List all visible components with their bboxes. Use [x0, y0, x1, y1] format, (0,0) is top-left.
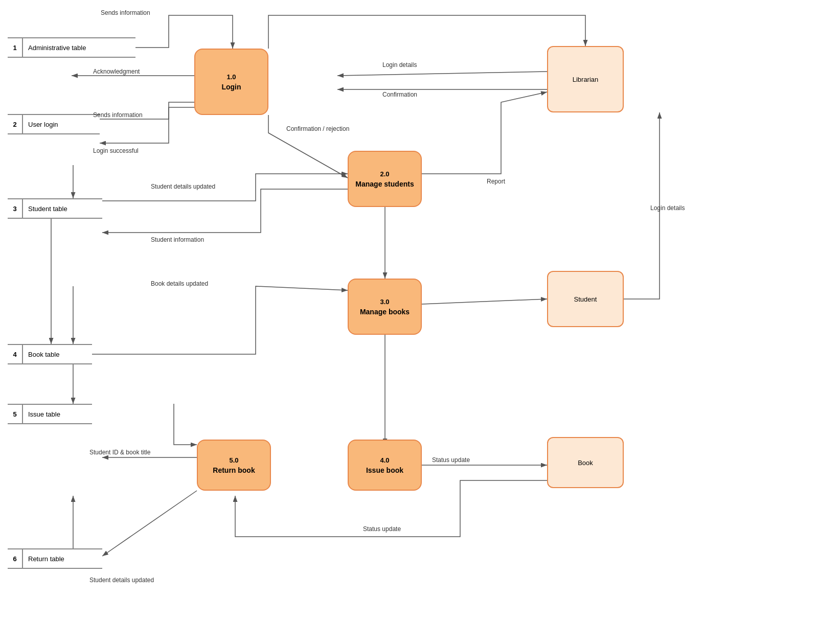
- entity-label-librarian: Librarian: [573, 76, 599, 83]
- process-manage-students: 2.0 Manage students: [348, 151, 422, 207]
- label-confirmation-rejection: Confirmation / rejection: [286, 125, 349, 132]
- datastore-administrative: 1 Administrative table: [8, 37, 135, 58]
- datastore-return: 6 Return table: [8, 548, 102, 569]
- label-status-update-2: Status update: [363, 525, 401, 533]
- datastore-label-1: Administrative table: [23, 44, 91, 52]
- label-student-information: Student information: [151, 236, 204, 243]
- datastore-student: 3 Student table: [8, 198, 102, 219]
- entity-book: Book: [547, 437, 624, 488]
- process-issue-book: 4.0 Issue book: [348, 440, 422, 491]
- diagram-container: 1 Administrative table 2 User login 3 St…: [0, 0, 840, 621]
- process-return-book: 5.0 Return book: [197, 440, 271, 491]
- label-student-details-updated-1: Student details updated: [151, 183, 215, 190]
- datastore-label-3: Student table: [23, 205, 73, 213]
- datastore-label-5: Issue table: [23, 410, 65, 418]
- datastore-userlogin: 2 User login: [8, 114, 100, 134]
- label-login-details: Login details: [382, 61, 417, 68]
- process-id-return-book: 5.0: [229, 456, 238, 464]
- label-sends-info-2: Sends information: [93, 111, 143, 119]
- datastore-label-2: User login: [23, 121, 63, 128]
- datastore-num-1: 1: [8, 38, 23, 57]
- label-confirmation: Confirmation: [382, 91, 417, 98]
- label-login-details-right: Login details: [650, 204, 685, 212]
- process-name-manage-books: Manage books: [360, 308, 410, 316]
- process-manage-books: 3.0 Manage books: [348, 279, 422, 335]
- datastore-num-6: 6: [8, 549, 23, 568]
- process-id-manage-books: 3.0: [380, 298, 389, 306]
- process-id-manage-students: 2.0: [380, 170, 389, 178]
- datastore-num-2: 2: [8, 115, 23, 133]
- process-name-issue-book: Issue book: [366, 466, 403, 474]
- entity-student: Student: [547, 271, 624, 327]
- datastore-num-3: 3: [8, 199, 23, 218]
- datastore-label-4: Book table: [23, 351, 64, 358]
- process-login: 1.0 Login: [194, 49, 268, 115]
- process-id-login: 1.0: [226, 73, 236, 81]
- label-book-details-updated: Book details updated: [151, 280, 208, 287]
- entity-label-book: Book: [578, 459, 593, 467]
- process-name-manage-students: Manage students: [355, 180, 414, 188]
- label-sends-info-1: Sends information: [101, 9, 150, 16]
- datastore-num-4: 4: [8, 345, 23, 363]
- datastore-label-6: Return table: [23, 555, 70, 563]
- label-status-update-1: Status update: [432, 456, 470, 464]
- entity-librarian: Librarian: [547, 46, 624, 112]
- process-id-issue-book: 4.0: [380, 456, 389, 464]
- label-student-id-book-title: Student ID & book title: [89, 449, 150, 456]
- label-acknowledgment: Acknowledgment: [93, 68, 140, 75]
- datastore-book: 4 Book table: [8, 344, 92, 364]
- label-login-successful: Login successful: [93, 147, 139, 154]
- label-student-details-updated-2: Student details updated: [89, 577, 154, 584]
- datastore-num-5: 5: [8, 405, 23, 423]
- label-report: Report: [487, 178, 505, 185]
- datastore-issue: 5 Issue table: [8, 404, 92, 424]
- process-name-return-book: Return book: [213, 466, 255, 474]
- process-name-login: Login: [221, 83, 241, 91]
- entity-label-student: Student: [574, 295, 597, 303]
